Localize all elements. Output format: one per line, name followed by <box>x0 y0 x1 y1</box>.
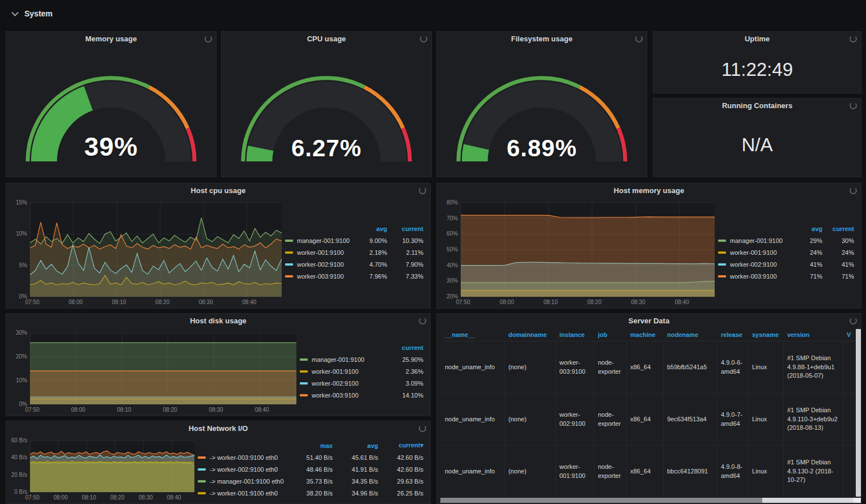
table-cell: Linux <box>749 446 784 496</box>
legend-series-label[interactable]: worker-003:9100 <box>718 273 791 280</box>
panel-title[interactable]: Running Containers <box>653 99 861 113</box>
legend-series-label[interactable]: manager-001:9100 <box>285 237 351 244</box>
legend-series-value: 45.61 B/s <box>333 454 378 461</box>
legend-column-header[interactable]: max <box>287 442 333 449</box>
table-column-header[interactable]: __name__ <box>442 328 505 341</box>
legend-series-label[interactable]: manager-001:9100 <box>718 237 791 244</box>
legend-series-label[interactable]: -> worker-003:9100 eth0 <box>198 454 287 461</box>
legend-series-swatch-icon <box>198 480 206 482</box>
table-cell: 9ec634f513a4 <box>664 394 718 445</box>
svg-text:70%: 70% <box>447 215 458 221</box>
legend-series-label[interactable]: -> manager-001:9100 eth0 <box>198 478 287 485</box>
panel-title[interactable]: Host cpu usage <box>6 183 430 198</box>
legend-series-label[interactable]: -> worker-001:9100 eth0 <box>198 490 287 497</box>
legend-series-label[interactable]: worker-002:9100 <box>300 380 381 387</box>
legend-column-header[interactable]: current <box>822 225 854 232</box>
svg-text:08:40: 08:40 <box>675 299 689 305</box>
panel-loading-icon <box>850 35 857 42</box>
legend-column-header[interactable]: current <box>381 344 423 351</box>
svg-text:08:20: 08:20 <box>110 494 124 501</box>
table-column-header[interactable]: instance <box>556 328 595 341</box>
svg-text:10%: 10% <box>16 377 27 383</box>
panel-running-containers: Running Containers N/A <box>653 98 861 177</box>
filesystem-gauge-value: 6.89% <box>437 135 647 162</box>
table-cell: bbcc64128091 <box>664 446 718 496</box>
legend-series-label[interactable]: -> worker-002:9100 eth0 <box>198 466 287 473</box>
legend-series-value: 38.20 B/s <box>287 490 333 497</box>
legend-series-label[interactable]: worker-003:9100 <box>300 392 381 399</box>
table-cell: node_uname_info <box>442 446 505 496</box>
legend-column-header[interactable]: current▾ <box>378 442 423 449</box>
panel-cpu-gauge: CPU usage 6.27% <box>221 31 432 177</box>
legend-series-label[interactable]: worker-003:9100 <box>285 273 351 280</box>
panel-loading-icon <box>420 35 427 42</box>
legend-series-swatch-icon <box>300 394 308 396</box>
svg-text:08:00: 08:00 <box>71 407 86 413</box>
table-column-header[interactable]: version <box>784 328 843 341</box>
host-memory-usage-plot[interactable]: 20%30%40%50%60%70%80%07:5008:0008:1008:2… <box>439 198 718 307</box>
legend-series-value: 14.10% <box>381 392 423 399</box>
svg-text:80%: 80% <box>447 199 458 206</box>
table-horizontal-scrollbar[interactable] <box>440 498 853 503</box>
panel-loading-icon <box>635 35 643 42</box>
memory-gauge-value: 39% <box>6 131 216 162</box>
legend-series-value: 2.11% <box>387 249 423 256</box>
legend-series-label[interactable]: worker-001:9100 <box>718 249 791 256</box>
table-cell: node-exporter <box>595 446 627 496</box>
panel-title[interactable]: Memory usage <box>6 32 216 46</box>
panel-title[interactable]: Host memory usage <box>437 183 861 198</box>
panel-title[interactable]: Server Data <box>437 314 861 328</box>
legend-column-header[interactable]: current <box>387 225 423 232</box>
panel-title[interactable]: Filesystem usage <box>437 32 647 46</box>
panel-loading-icon <box>419 317 426 324</box>
host-cpu-usage-legend: avgcurrentmanager-001:91009.00%10.30%wor… <box>285 198 428 307</box>
table-cell: x86_64 <box>627 341 664 393</box>
panel-title[interactable]: Host disk usage <box>6 314 430 328</box>
legend-series-label[interactable]: worker-002:9100 <box>718 261 791 268</box>
legend-column-header[interactable]: avg <box>351 225 387 232</box>
host-disk-usage-plot[interactable]: 0%10%20%30%07:5008:0008:1008:2008:3008:4… <box>9 328 300 415</box>
panel-title[interactable]: Uptime <box>653 32 861 46</box>
panel-title[interactable]: Host Network I/O <box>6 421 430 436</box>
svg-text:40%: 40% <box>447 262 458 268</box>
legend-column-header[interactable]: avg <box>791 225 822 232</box>
table-column-header[interactable]: machine <box>627 328 664 341</box>
table-vertical-scrollbar[interactable] <box>856 329 861 497</box>
table-column-header[interactable]: sysname <box>749 328 784 341</box>
legend-series-label[interactable]: manager-001:9100 <box>300 356 381 363</box>
host-cpu-usage-plot[interactable]: 0%5%10%15%07:5008:0008:1008:2008:3008:40 <box>9 198 285 307</box>
table-cell <box>843 446 856 496</box>
table-column-header[interactable]: nodename <box>664 328 718 341</box>
panel-title[interactable]: CPU usage <box>222 32 431 46</box>
table-column-header[interactable]: release <box>718 328 749 341</box>
host-network-io-plot[interactable]: 0 B/s20 B/s40 B/s60 B/s07:5008:0008:1008… <box>9 436 198 502</box>
table-column-header[interactable]: V <box>843 328 856 341</box>
row-header-system[interactable]: System <box>0 0 866 27</box>
table-horizontal-scrollbar-thumb[interactable] <box>440 498 762 503</box>
legend-series-name: worker-001:9100 <box>730 249 777 256</box>
legend-column-header[interactable]: avg <box>333 442 378 449</box>
panel-loading-icon <box>205 35 212 42</box>
uptime-value: 11:22:49 <box>653 46 861 93</box>
panel-loading-icon <box>419 187 426 194</box>
legend-series-value: 35.73 B/s <box>287 478 333 485</box>
svg-text:08:30: 08:30 <box>199 299 213 305</box>
svg-text:08:40: 08:40 <box>242 299 256 305</box>
legend-series-name: worker-003:9100 <box>730 273 777 280</box>
table-column-header[interactable]: job <box>595 328 627 341</box>
row-title: System <box>24 9 53 18</box>
table-cell: worker-001:9100 <box>556 446 595 496</box>
svg-text:07:50: 07:50 <box>456 299 470 305</box>
server-data-table: __name__domainnameinstancejobmachinenode… <box>442 328 856 496</box>
table-column-header[interactable]: domainname <box>505 328 556 341</box>
legend-series-value: 7.96% <box>351 273 387 280</box>
legend-series-label[interactable]: worker-002:9100 <box>285 261 351 268</box>
table-header-row: __name__domainnameinstancejobmachinenode… <box>442 328 856 341</box>
host-network-io-legend: maxavgcurrent▾-> worker-003:9100 eth051.… <box>198 436 428 502</box>
legend-series-label[interactable]: worker-001:9100 <box>300 368 381 375</box>
legend-series-swatch-icon <box>718 263 726 266</box>
panel-loading-icon <box>850 102 857 109</box>
legend-series-value: 9.00% <box>351 237 387 244</box>
cpu-gauge-value: 6.27% <box>222 135 431 162</box>
legend-series-label[interactable]: worker-001:9100 <box>285 249 351 256</box>
